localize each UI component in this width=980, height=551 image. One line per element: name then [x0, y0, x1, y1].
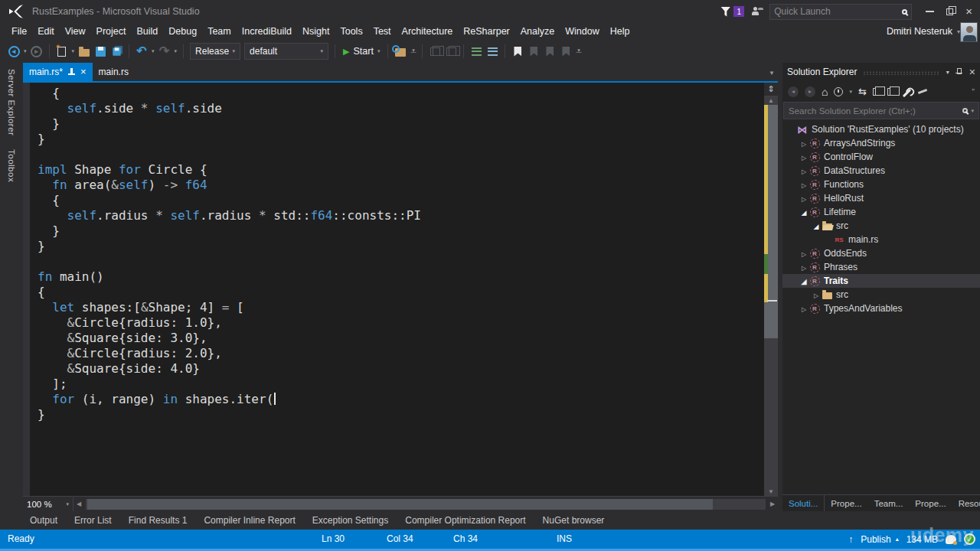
- scroll-left-icon[interactable]: ◀: [74, 500, 84, 507]
- document-tab-main-rs[interactable]: main.rs: [93, 63, 135, 81]
- navigate-back-dropdown-icon[interactable]: ▾: [24, 48, 27, 54]
- code-line[interactable]: }: [38, 116, 764, 132]
- code-line[interactable]: [38, 147, 764, 162]
- start-debug-button[interactable]: ▶ Start ▾: [341, 46, 381, 57]
- menu-team[interactable]: Team: [202, 24, 237, 38]
- expand-arrow-icon[interactable]: ▷: [799, 303, 808, 314]
- publish-button[interactable]: Publish: [861, 534, 890, 545]
- pending-changes-filter-icon[interactable]: [834, 87, 843, 96]
- tree-item-lifetime[interactable]: ◢RLifetime: [782, 205, 980, 219]
- tool-tab-exception-settings[interactable]: Exception Settings: [305, 513, 395, 528]
- scrollbar-track[interactable]: [764, 105, 778, 487]
- collapse-arrow-icon[interactable]: ◢: [799, 276, 808, 286]
- properties-wrench-icon[interactable]: [903, 89, 911, 97]
- previous-bookmark-button[interactable]: [528, 43, 540, 60]
- save-button[interactable]: [94, 43, 106, 60]
- split-window-handle[interactable]: ⇕: [764, 83, 778, 96]
- menu-nsight[interactable]: Nsight: [297, 24, 335, 38]
- sync-with-active-document-icon[interactable]: ⇆: [858, 86, 867, 97]
- redo-button[interactable]: ↷: [158, 43, 171, 60]
- scroll-up-icon[interactable]: ▲: [764, 96, 778, 105]
- code-line[interactable]: }: [38, 132, 764, 147]
- tree-item-oddsends[interactable]: ▷ROddsEnds: [782, 246, 980, 260]
- tree-item-datastructures[interactable]: ▷RDataStructures: [782, 164, 980, 178]
- tool-tab-error-list[interactable]: Error List: [67, 513, 119, 528]
- restore-button[interactable]: [946, 8, 953, 15]
- tool-tab-find-results-1[interactable]: Find Results 1: [122, 513, 194, 528]
- code-line[interactable]: &Circle{radius: 1.0},: [38, 315, 764, 331]
- menu-file[interactable]: File: [6, 24, 32, 38]
- solution-explorer-header[interactable]: Solution Explorer ▾ ×: [782, 63, 980, 81]
- copy-reference-button[interactable]: [445, 43, 457, 60]
- expand-arrow-icon[interactable]: ▷: [799, 262, 808, 272]
- code-line[interactable]: ];: [38, 377, 764, 392]
- panel-tab-resou[interactable]: Resou...: [952, 495, 980, 511]
- tree-item-src[interactable]: ◢src: [782, 219, 980, 233]
- status-character-number[interactable]: Ch 34: [453, 533, 478, 544]
- menu-help[interactable]: Help: [605, 24, 635, 38]
- tool-tab-compiler-inline-report[interactable]: Compiler Inline Report: [197, 513, 302, 528]
- code-line[interactable]: {: [38, 285, 764, 300]
- code-line[interactable]: }: [38, 239, 764, 254]
- new-item-button[interactable]: [56, 43, 68, 60]
- menu-build[interactable]: Build: [131, 24, 163, 38]
- code-line[interactable]: fn area(&self) -> f64: [38, 178, 764, 193]
- publish-expand-icon[interactable]: ▴: [896, 536, 899, 543]
- preview-selected-items-icon[interactable]: [887, 88, 896, 96]
- filter-dropdown-icon[interactable]: ▾: [849, 89, 852, 95]
- vertical-scrollbar[interactable]: ⇕ ▲ ▼: [764, 83, 778, 496]
- document-list-dropdown-icon[interactable]: ▼: [769, 70, 775, 77]
- scroll-right-icon[interactable]: ▶: [767, 500, 778, 507]
- menu-project[interactable]: Project: [91, 24, 132, 38]
- explorer-back-button[interactable]: ◂: [788, 86, 799, 97]
- notifications-funnel-icon[interactable]: [720, 7, 730, 17]
- tree-item-typesandvariables[interactable]: ▷RTypesAndVariables: [782, 302, 980, 315]
- panel-tab-prope[interactable]: Prope...: [909, 495, 952, 511]
- find-in-files-button[interactable]: [394, 43, 407, 60]
- close-button[interactable]: ×: [965, 8, 972, 15]
- menu-test[interactable]: Test: [368, 24, 397, 38]
- horizontal-scrollbar[interactable]: [86, 499, 766, 510]
- code-line[interactable]: &Square{side: 3.0},: [38, 331, 764, 346]
- close-tab-icon[interactable]: ×: [80, 68, 87, 76]
- scroll-down-icon[interactable]: ▼: [764, 487, 778, 496]
- menu-debug[interactable]: Debug: [163, 24, 202, 38]
- panel-tab-soluti[interactable]: Soluti...: [782, 495, 825, 511]
- open-file-button[interactable]: [78, 43, 90, 60]
- solution-platform-select[interactable]: default▾: [244, 43, 328, 60]
- expand-arrow-icon[interactable]: ▷: [799, 193, 808, 204]
- explorer-toolbar-overflow-icon[interactable]: ”: [972, 87, 975, 96]
- minimize-button[interactable]: [926, 11, 934, 12]
- decrease-indent-button[interactable]: [470, 43, 482, 60]
- tree-item-traits[interactable]: ◢RTraits: [782, 274, 980, 288]
- expand-arrow-icon[interactable]: ▷: [799, 248, 808, 259]
- code-line[interactable]: impl Shape for Circle {: [38, 162, 764, 178]
- user-name[interactable]: Dmitri Nesteruk: [887, 26, 952, 37]
- tool-tab-output[interactable]: Output: [23, 513, 64, 528]
- code-area[interactable]: { self.side * self.side }} impl Shape fo…: [30, 83, 764, 496]
- expand-arrow-icon[interactable]: ▷: [799, 165, 808, 176]
- tool-tab-nuget-browser[interactable]: NuGet browser: [536, 513, 612, 528]
- solution-configuration-select[interactable]: Release▾: [190, 43, 240, 60]
- notification-count-badge[interactable]: 1: [733, 6, 744, 17]
- panel-tab-prope[interactable]: Prope...: [825, 495, 867, 511]
- feedback-icon[interactable]: [752, 7, 762, 16]
- expand-arrow-icon[interactable]: ▷: [799, 138, 808, 148]
- menu-resharper[interactable]: ReSharper: [458, 24, 514, 38]
- navigate-back-button[interactable]: ◂: [8, 43, 20, 60]
- tree-item-phrases[interactable]: ▷RPhrases: [782, 260, 980, 274]
- publish-up-arrow-icon[interactable]: ↑: [848, 534, 853, 545]
- tree-item-src[interactable]: ▷src: [782, 288, 980, 302]
- expand-arrow-icon[interactable]: ▷: [812, 289, 821, 300]
- tab-server-explorer[interactable]: Server Explorer: [7, 69, 16, 135]
- tree-item-hellorust[interactable]: ▷RHelloRust: [782, 191, 980, 205]
- collapse-arrow-icon[interactable]: ◢: [812, 220, 821, 231]
- redo-dropdown-icon[interactable]: ▾: [175, 48, 178, 54]
- status-line-number[interactable]: Ln 30: [322, 533, 345, 544]
- tree-item-functions[interactable]: ▷RFunctions: [782, 178, 980, 191]
- clear-bookmarks-button[interactable]: [560, 43, 572, 60]
- menu-incredibuild[interactable]: IncrediBuild: [237, 24, 297, 38]
- tab-toolbox[interactable]: Toolbox: [7, 149, 16, 182]
- increase-indent-button[interactable]: [486, 43, 498, 60]
- expand-arrow-icon[interactable]: ▷: [799, 152, 808, 162]
